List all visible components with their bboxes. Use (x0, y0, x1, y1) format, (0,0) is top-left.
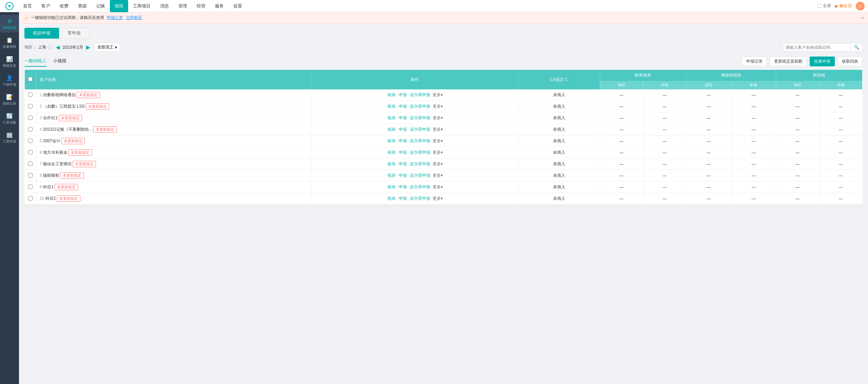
row-op-zero-5[interactable]: 设为零申报 (410, 150, 430, 155)
row-op-tax-6[interactable]: 税表 (388, 162, 396, 166)
row-select-6[interactable] (28, 162, 33, 166)
upgrade-button[interactable]: ▶ 畅会员 (835, 3, 852, 9)
row-select-4[interactable] (28, 138, 33, 143)
row-checkbox-5[interactable] (25, 147, 36, 158)
select-all-checkbox[interactable] (28, 77, 33, 81)
sidebar-item-personal-report[interactable]: 👤 个税申报 (0, 72, 19, 89)
row-op-declare-4[interactable]: 申报 (399, 138, 407, 143)
row-op-tax-1[interactable]: 税表 (388, 104, 396, 109)
nav-message[interactable]: 消息 (155, 0, 174, 12)
user-avatar[interactable]: U (856, 2, 865, 10)
row-select-8[interactable] (28, 185, 33, 189)
row-op-more-0[interactable]: 更多▾ (433, 92, 443, 97)
row-checkbox-7[interactable] (25, 170, 36, 182)
row-op-more-5[interactable]: 更多▾ (433, 150, 443, 155)
row-checkbox-2[interactable] (25, 112, 36, 124)
row-op-tax-9[interactable]: 税表 (388, 196, 396, 201)
row-op-more-6[interactable]: 更多▾ (433, 162, 443, 166)
row-op-zero-0[interactable]: 设为零申报 (410, 92, 430, 97)
update-fetch-button[interactable]: 更新统定及取数 (770, 57, 807, 66)
row-checkbox-9[interactable] (25, 193, 36, 205)
row-op-declare-7[interactable]: 申报 (399, 173, 407, 178)
nav-invoice[interactable]: 票据 (73, 0, 92, 12)
nav-client[interactable]: 客户 (37, 0, 55, 12)
row-op-more-2[interactable]: 更多▾ (433, 115, 443, 120)
row-checkbox-8[interactable] (25, 182, 36, 193)
row-select-0[interactable] (28, 92, 33, 97)
row-op-tax-8[interactable]: 税表 (388, 185, 396, 189)
row-op-zero-8[interactable]: 设为零申报 (410, 185, 430, 189)
tab-zero-declare[interactable]: 零申报 (59, 28, 89, 39)
row-checkbox-1[interactable] (25, 101, 36, 112)
row-op-tax-3[interactable]: 税表 (388, 127, 396, 132)
row-op-tax-7[interactable]: 税表 (388, 173, 396, 178)
row-op-tax-4[interactable]: 税表 (388, 138, 396, 143)
banner-link-declare[interactable]: 申报汇签 (107, 15, 123, 21)
tab-small-scale[interactable]: 小规模 (53, 56, 66, 67)
row-op-zero-1[interactable]: 设为零申报 (410, 104, 430, 109)
fullscreen-button[interactable]: ⛶ 全屏 (817, 3, 831, 9)
nav-settings[interactable]: 设置 (229, 0, 247, 12)
nav-operation[interactable]: 经营 (192, 0, 210, 12)
header-checkbox[interactable] (25, 70, 36, 90)
date-next-button[interactable]: ▶ (86, 44, 90, 50)
search-input[interactable] (783, 44, 851, 51)
row-op-more-4[interactable]: 更多▾ (433, 138, 443, 143)
nav-home[interactable]: 首页 (18, 0, 37, 12)
row-op-more-1[interactable]: 更多▾ (433, 104, 443, 109)
nav-billing[interactable]: 收费 (55, 0, 73, 12)
row-op-zero-3[interactable]: 设为零申报 (410, 127, 430, 132)
row-op-declare-0[interactable]: 申报 (399, 92, 407, 97)
row-select-3[interactable] (28, 127, 33, 131)
row-select-5[interactable] (28, 150, 33, 154)
date-prev-button[interactable]: ◀ (56, 44, 60, 50)
row-op-zero-6[interactable]: 设为零申报 (410, 162, 430, 166)
row-select-7[interactable] (28, 173, 33, 177)
row-op-more-8[interactable]: 更多▾ (433, 185, 443, 189)
horizontal-scrollbar[interactable] (24, 205, 863, 209)
search-button[interactable]: 🔍 (851, 43, 862, 51)
row-op-more-9[interactable]: 更多▾ (433, 196, 443, 201)
row-op-declare-5[interactable]: 申报 (399, 150, 407, 155)
sidebar-item-report-records[interactable]: 📝 报税记录 (0, 91, 19, 108)
row-op-zero-2[interactable]: 设为零申报 (410, 115, 430, 120)
row-op-tax-0[interactable]: 税表 (388, 92, 396, 97)
row-select-2[interactable] (28, 115, 33, 120)
banner-link-buy[interactable]: 立即购买 (126, 15, 142, 21)
sidebar-item-tax-settings[interactable]: ⚙ 报税设置 (0, 15, 19, 33)
row-op-tax-2[interactable]: 税表 (388, 115, 396, 120)
nav-manage[interactable]: 管理 (174, 0, 192, 12)
nav-bookkeeping[interactable]: 记账 (92, 0, 110, 12)
row-op-zero-7[interactable]: 设为零申报 (410, 173, 430, 178)
nav-tax[interactable]: 报税 (110, 0, 128, 12)
row-checkbox-4[interactable] (25, 135, 36, 147)
row-op-more-7[interactable]: 更多▾ (433, 173, 443, 178)
row-op-declare-3[interactable]: 申报 (399, 127, 407, 132)
row-checkbox-0[interactable] (25, 89, 36, 101)
row-op-zero-9[interactable]: 设为零申报 (410, 196, 430, 201)
row-op-tax-5[interactable]: 税表 (388, 150, 396, 155)
info-icon[interactable]: ⓘ (47, 44, 52, 50)
row-op-zero-4[interactable]: 设为零申报 (410, 138, 430, 143)
nav-business[interactable]: 工商项目 (128, 0, 155, 12)
sidebar-item-report-overview[interactable]: 📊 报税总览 (0, 53, 19, 70)
retrieve-rollback-button[interactable]: 收取回执 (837, 57, 863, 66)
sidebar-item-business-annual[interactable]: 🏢 工商年报 (0, 129, 19, 146)
row-op-declare-1[interactable]: 申报 (399, 104, 407, 109)
nav-service[interactable]: 服务 (210, 0, 229, 12)
row-op-declare-2[interactable]: 申报 (399, 115, 407, 120)
declare-record-button[interactable]: 申报记录 (742, 57, 767, 66)
row-checkbox-6[interactable] (25, 158, 36, 170)
row-op-declare-8[interactable]: 申报 (399, 185, 407, 189)
row-select-1[interactable] (28, 104, 33, 108)
sidebar-item-calc-reset[interactable]: 🔄 汇算清数 (0, 110, 19, 127)
tab-declare[interactable]: 税款申报 (24, 28, 59, 39)
row-op-declare-9[interactable]: 申报 (399, 196, 407, 201)
banner-close-button[interactable]: × (861, 15, 864, 21)
tab-general-taxpayer[interactable]: 一般纳税人 (24, 56, 46, 67)
row-checkbox-3[interactable] (25, 124, 36, 135)
staff-select[interactable]: 全部员工 ▾ (94, 43, 120, 52)
row-op-more-3[interactable]: 更多▾ (433, 127, 443, 132)
sidebar-item-batch-report[interactable]: 📋 批量报税 (0, 34, 19, 51)
row-select-9[interactable] (28, 196, 33, 200)
